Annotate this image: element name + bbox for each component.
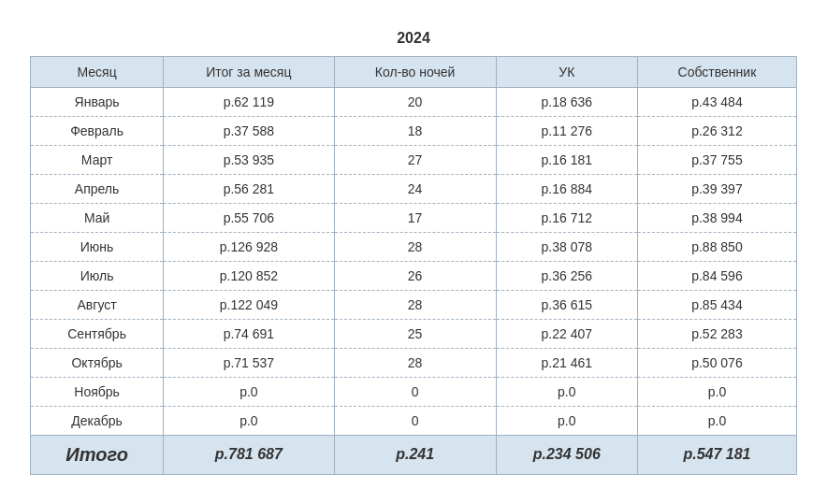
footer-label: Итого: [31, 435, 164, 474]
cell-nights: 26: [334, 261, 496, 290]
table-row: Декабрьр.00р.0р.0: [31, 406, 797, 435]
col-owner: Собственник: [637, 56, 796, 87]
table-row: Октябрьр.71 53728р.21 461р.50 076: [31, 348, 797, 377]
cell-month: Ноябрь: [31, 377, 164, 406]
cell-uk: р.18 636: [496, 87, 637, 116]
cell-uk: р.16 712: [496, 203, 637, 232]
cell-nights: 25: [334, 319, 496, 348]
cell-nights: 28: [334, 348, 496, 377]
cell-owner: р.88 850: [637, 232, 796, 261]
cell-total: р.120 852: [164, 261, 334, 290]
cell-total: р.62 119: [164, 87, 334, 116]
cell-uk: р.11 276: [496, 116, 637, 145]
cell-owner: р.50 076: [637, 348, 796, 377]
col-uk: УК: [496, 56, 637, 87]
cell-month: Апрель: [31, 174, 164, 203]
cell-total: р.71 537: [164, 348, 334, 377]
cell-uk: р.0: [496, 406, 637, 435]
cell-uk: р.21 461: [496, 348, 637, 377]
cell-nights: 28: [334, 290, 496, 319]
table-row: Мартр.53 93527р.16 181р.37 755: [31, 145, 797, 174]
footer-total: р.781 687: [164, 435, 334, 474]
cell-uk: р.22 407: [496, 319, 637, 348]
cell-owner: р.52 283: [637, 319, 796, 348]
cell-uk: р.16 884: [496, 174, 637, 203]
cell-total: р.0: [164, 406, 334, 435]
cell-owner: р.0: [637, 377, 796, 406]
cell-total: р.126 928: [164, 232, 334, 261]
cell-month: Февраль: [31, 116, 164, 145]
cell-owner: р.37 755: [637, 145, 796, 174]
cell-uk: р.16 181: [496, 145, 637, 174]
cell-owner: р.39 397: [637, 174, 796, 203]
cell-total: р.53 935: [164, 145, 334, 174]
cell-owner: р.85 434: [637, 290, 796, 319]
cell-month: Октябрь: [31, 348, 164, 377]
cell-total: р.74 691: [164, 319, 334, 348]
data-table: Месяц Итог за месяц Кол-во ночей УК Собс…: [30, 56, 797, 475]
main-container: 2024 Месяц Итог за месяц Кол-во ночей УК…: [30, 30, 797, 475]
cell-total: р.37 588: [164, 116, 334, 145]
cell-nights: 27: [334, 145, 496, 174]
footer-nights: р.241: [334, 435, 496, 474]
table-row: Августр.122 04928р.36 615р.85 434: [31, 290, 797, 319]
table-row: Июльр.120 85226р.36 256р.84 596: [31, 261, 797, 290]
cell-owner: р.38 994: [637, 203, 796, 232]
cell-total: р.56 281: [164, 174, 334, 203]
cell-uk: р.38 078: [496, 232, 637, 261]
cell-total: р.122 049: [164, 290, 334, 319]
cell-month: Январь: [31, 87, 164, 116]
cell-month: Сентябрь: [31, 319, 164, 348]
table-row: Ноябрьр.00р.0р.0: [31, 377, 797, 406]
cell-nights: 24: [334, 174, 496, 203]
cell-month: Декабрь: [31, 406, 164, 435]
col-total: Итог за месяц: [164, 56, 334, 87]
cell-nights: 20: [334, 87, 496, 116]
cell-uk: р.36 615: [496, 290, 637, 319]
footer-row: Итого р.781 687 р.241 р.234 506 р.547 18…: [31, 435, 797, 474]
cell-owner: р.0: [637, 406, 796, 435]
cell-month: Июнь: [31, 232, 164, 261]
cell-owner: р.43 484: [637, 87, 796, 116]
table-row: Февральр.37 58818р.11 276р.26 312: [31, 116, 797, 145]
cell-month: Август: [31, 290, 164, 319]
footer-owner: р.547 181: [637, 435, 796, 474]
cell-nights: 17: [334, 203, 496, 232]
cell-total: р.0: [164, 377, 334, 406]
cell-uk: р.36 256: [496, 261, 637, 290]
cell-nights: 0: [334, 406, 496, 435]
table-row: Майр.55 70617р.16 712р.38 994: [31, 203, 797, 232]
cell-month: Июль: [31, 261, 164, 290]
cell-nights: 28: [334, 232, 496, 261]
footer-uk: р.234 506: [496, 435, 637, 474]
table-row: Сентябрьр.74 69125р.22 407р.52 283: [31, 319, 797, 348]
cell-uk: р.0: [496, 377, 637, 406]
cell-total: р.55 706: [164, 203, 334, 232]
table-body: Январьр.62 11920р.18 636р.43 484Февральр…: [31, 87, 797, 435]
table-row: Апрельр.56 28124р.16 884р.39 397: [31, 174, 797, 203]
cell-nights: 0: [334, 377, 496, 406]
cell-nights: 18: [334, 116, 496, 145]
cell-month: Май: [31, 203, 164, 232]
table-row: Июньр.126 92828р.38 078р.88 850: [31, 232, 797, 261]
header-row: Месяц Итог за месяц Кол-во ночей УК Собс…: [31, 56, 797, 87]
year-title: 2024: [30, 30, 797, 47]
cell-owner: р.84 596: [637, 261, 796, 290]
cell-owner: р.26 312: [637, 116, 796, 145]
col-nights: Кол-во ночей: [334, 56, 496, 87]
col-month: Месяц: [31, 56, 164, 87]
cell-month: Март: [31, 145, 164, 174]
table-row: Январьр.62 11920р.18 636р.43 484: [31, 87, 797, 116]
